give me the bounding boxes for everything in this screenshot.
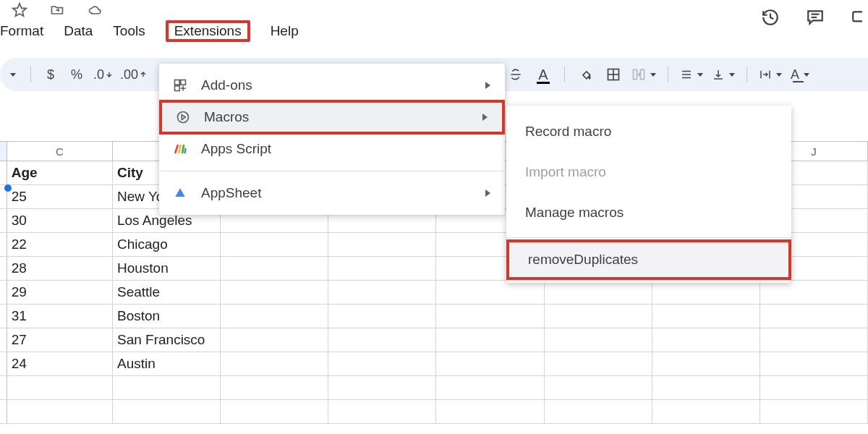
extensions-menu: Add-ons Macros Apps Script AppSheet xyxy=(159,64,505,215)
menu-item-label: Add-ons xyxy=(201,77,252,93)
text-color-button[interactable]: A xyxy=(534,64,553,85)
submenu-arrow-icon xyxy=(485,82,490,89)
col-header-c[interactable]: C xyxy=(7,142,113,161)
svg-rect-3 xyxy=(853,12,862,21)
move-folder-icon[interactable] xyxy=(49,2,65,18)
menu-data[interactable]: Data xyxy=(64,23,93,39)
submenu-item-label: removeDuplicates xyxy=(528,252,638,268)
submenu-manage-macros[interactable]: Manage macros xyxy=(506,192,791,233)
macros-submenu: Record macro Import macro Manage macros … xyxy=(506,106,791,283)
col-header-partial[interactable] xyxy=(0,142,7,161)
menu-tools[interactable]: Tools xyxy=(113,23,145,39)
appsheet-icon xyxy=(172,185,188,201)
titlebar-right xyxy=(761,0,868,35)
decrease-decimal-button[interactable]: .0 xyxy=(93,64,113,85)
submenu-item-label: Record macro xyxy=(525,124,611,140)
menu-item-apps-script[interactable]: Apps Script xyxy=(159,132,505,166)
menu-item-label: Macros xyxy=(204,109,249,125)
menubar: Format Data Tools Extensions Help xyxy=(0,20,868,42)
currency-button[interactable]: $ xyxy=(41,64,60,85)
svg-rect-16 xyxy=(175,86,180,91)
align-horizontal-button[interactable] xyxy=(680,64,703,85)
submenu-item-label: Manage macros xyxy=(525,205,624,221)
table-row xyxy=(0,376,868,400)
menu-extensions[interactable]: Extensions xyxy=(166,20,250,42)
svg-rect-15 xyxy=(181,80,186,85)
table-row: 29 Seattle xyxy=(0,281,868,305)
header-age[interactable]: Age xyxy=(7,161,113,184)
menu-divider xyxy=(506,237,791,238)
table-row: 27 San Francisco xyxy=(0,328,868,352)
decrease-decimal-label: .0 xyxy=(93,67,104,82)
menu-item-label: AppSheet xyxy=(201,185,261,201)
fill-color-button[interactable] xyxy=(576,64,595,85)
increase-decimal-label: .00 xyxy=(120,67,138,82)
star-icon[interactable] xyxy=(12,2,27,18)
macros-icon xyxy=(175,109,191,125)
menu-item-appsheet[interactable]: AppSheet xyxy=(159,176,505,210)
svg-rect-14 xyxy=(175,80,180,85)
table-row: 31 Boston xyxy=(0,305,868,328)
text-wrap-button[interactable] xyxy=(759,64,782,85)
menu-item-label: Apps Script xyxy=(201,141,271,157)
apps-script-icon xyxy=(172,141,188,157)
menu-format[interactable]: Format xyxy=(0,23,43,39)
svg-point-19 xyxy=(178,112,189,123)
more-formats-dropdown[interactable] xyxy=(1,64,20,85)
comments-icon[interactable] xyxy=(806,8,825,27)
menu-help[interactable]: Help xyxy=(271,23,299,39)
submenu-remove-duplicates[interactable]: removeDuplicates xyxy=(506,239,791,280)
menu-item-macros[interactable]: Macros xyxy=(159,100,505,135)
menu-item-addons[interactable]: Add-ons xyxy=(159,68,505,103)
addons-icon xyxy=(172,77,188,93)
submenu-arrow-icon xyxy=(485,190,490,197)
titlebar-icons xyxy=(0,0,868,20)
table-row: 24 Austin xyxy=(0,352,868,376)
history-icon[interactable] xyxy=(761,8,780,27)
submenu-record-macro[interactable]: Record macro xyxy=(506,111,791,152)
increase-decimal-button[interactable]: .00 xyxy=(120,64,147,85)
merge-cells-button[interactable] xyxy=(631,64,656,85)
percent-button[interactable]: % xyxy=(67,64,86,85)
menu-divider xyxy=(159,171,505,171)
active-cell-handle[interactable] xyxy=(4,184,12,192)
table-row xyxy=(0,400,868,424)
strikethrough-button[interactable] xyxy=(506,64,525,85)
borders-button[interactable] xyxy=(604,64,623,85)
cloud-status-icon[interactable] xyxy=(87,2,103,18)
submenu-item-label: Import macro xyxy=(525,164,606,180)
submenu-import-macro: Import macro xyxy=(506,152,791,192)
present-icon[interactable] xyxy=(851,8,862,27)
align-vertical-button[interactable] xyxy=(712,64,735,85)
submenu-arrow-icon xyxy=(482,114,488,121)
svg-marker-0 xyxy=(13,4,26,16)
svg-marker-20 xyxy=(182,115,185,120)
text-rotation-button[interactable]: A xyxy=(791,64,809,85)
